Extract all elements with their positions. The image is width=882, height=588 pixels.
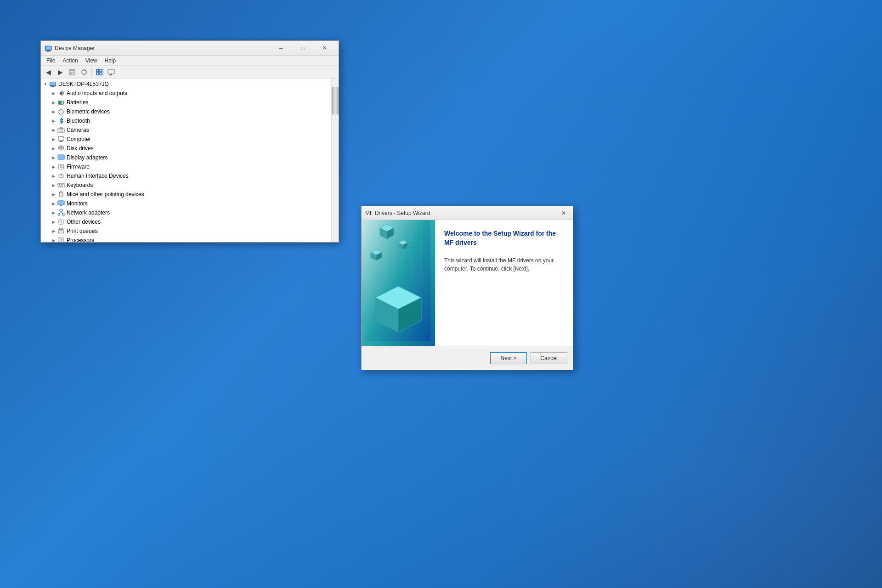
bluetooth-expander[interactable]: ▶ [50, 117, 57, 124]
svg-rect-35 [63, 165, 64, 166]
tree-content[interactable]: ▼ DESKTOP-4L537JQ ▶ [41, 79, 331, 242]
other-expander[interactable]: ▶ [50, 218, 57, 226]
tree-display[interactable]: ▶ Display adapters [41, 153, 331, 162]
tree-mice[interactable]: ▶ Mice and other pointing devices [41, 190, 331, 199]
svg-rect-1 [45, 46, 51, 50]
scrollbar-thumb[interactable] [332, 87, 339, 114]
svg-rect-33 [60, 165, 62, 168]
tree-network[interactable]: ▶ Network adapters [41, 208, 331, 217]
wizard-description: This wizard will install the MF drivers … [444, 256, 564, 339]
svg-rect-34 [58, 165, 59, 166]
wizard-close-button[interactable]: ✕ [558, 208, 569, 219]
tree-batteries[interactable]: ▶ Batteries [41, 98, 331, 107]
menu-bar: File Action View Help [41, 56, 339, 66]
tree-keyboards[interactable]: ▶ Keyboards [41, 181, 331, 190]
wizard-sidebar [362, 220, 435, 346]
tree-monitors[interactable]: ▶ Monitors [41, 199, 331, 208]
svg-point-29 [61, 147, 62, 148]
svg-rect-20 [63, 102, 64, 103]
svg-rect-9 [96, 69, 99, 72]
svg-rect-3 [46, 51, 51, 51]
svg-rect-21 [59, 102, 62, 104]
root-expander[interactable]: ▼ [42, 80, 49, 88]
device-manager-icon [45, 45, 52, 52]
audio-icon [57, 90, 65, 97]
hid-label: Human Interface Devices [67, 173, 129, 179]
firmware-expander[interactable]: ▶ [50, 163, 57, 170]
processors-expander[interactable]: ▶ [50, 237, 57, 242]
processor-icon [57, 237, 65, 242]
menu-action[interactable]: Action [59, 57, 81, 65]
svg-rect-15 [109, 75, 113, 75]
svg-rect-55 [62, 214, 64, 215]
toolbar-separator [91, 68, 92, 76]
wizard-content: Welcome to the Setup Wizard for the MF d… [435, 220, 573, 346]
svg-rect-63 [59, 232, 63, 234]
mice-label: Mice and other pointing devices [67, 191, 144, 198]
tree-biometric[interactable]: ▶ Biometric devices [41, 107, 331, 116]
svg-rect-14 [110, 74, 112, 75]
svg-rect-17 [50, 82, 56, 85]
close-button[interactable]: ✕ [314, 41, 335, 56]
print-icon [57, 227, 65, 235]
svg-line-58 [61, 213, 63, 214]
monitors-expander[interactable]: ▶ [50, 200, 57, 207]
svg-text:?: ? [60, 220, 62, 225]
computer-label: Computer [67, 136, 91, 142]
svg-rect-31 [58, 155, 64, 159]
maximize-button[interactable]: □ [292, 41, 313, 56]
tree-disk[interactable]: ▶ Disk drives [41, 144, 331, 153]
tree-area: ▼ DESKTOP-4L537JQ ▶ [41, 79, 339, 242]
toolbar-display[interactable] [106, 67, 117, 77]
audio-expander[interactable]: ▶ [50, 90, 57, 97]
menu-file[interactable]: File [43, 57, 59, 65]
cameras-expander[interactable]: ▶ [50, 126, 57, 134]
toolbar-forward[interactable]: ▶ [55, 67, 66, 77]
minimize-button[interactable]: ─ [271, 41, 292, 56]
svg-rect-50 [58, 201, 64, 204]
disk-expander[interactable]: ▶ [50, 145, 57, 152]
mice-expander[interactable]: ▶ [50, 191, 57, 198]
toolbar-properties[interactable] [67, 67, 78, 77]
hid-expander[interactable]: ▶ [50, 172, 57, 180]
keyboards-expander[interactable]: ▶ [50, 181, 57, 189]
tree-other[interactable]: ▶ ? Other devices [41, 217, 331, 226]
disk-label: Disk drives [67, 145, 94, 152]
mouse-icon [57, 191, 65, 198]
network-icon [57, 209, 65, 216]
tree-processors[interactable]: ▶ Processors [41, 236, 331, 242]
tree-bluetooth[interactable]: ▶ Bluetooth [41, 116, 331, 125]
audio-label: Audio inputs and outputs [67, 90, 127, 96]
svg-rect-13 [108, 69, 114, 74]
cameras-label: Cameras [67, 127, 89, 133]
wizard-titlebar: MF Drivers - Setup Wizard ✕ [362, 206, 573, 220]
display-expander[interactable]: ▶ [50, 154, 57, 161]
computer-expander[interactable]: ▶ [50, 136, 57, 143]
biometric-expander[interactable]: ▶ [50, 108, 57, 115]
other-icon: ? [57, 218, 65, 226]
wizard-body: Welcome to the Setup Wizard for the MF d… [362, 220, 573, 346]
tree-computer[interactable]: ▶ Computer [41, 135, 331, 144]
cancel-button[interactable]: Cancel [531, 352, 567, 364]
tree-cameras[interactable]: ▶ Cameras [41, 125, 331, 135]
toolbar-update[interactable] [79, 67, 90, 77]
svg-rect-65 [60, 239, 62, 242]
print-expander[interactable]: ▶ [50, 227, 57, 235]
svg-rect-37 [63, 167, 64, 168]
tree-firmware[interactable]: ▶ Firmware [41, 162, 331, 171]
next-button[interactable]: Next > [490, 352, 527, 364]
batteries-expander[interactable]: ▶ [50, 99, 57, 106]
menu-view[interactable]: View [82, 57, 101, 65]
svg-point-48 [61, 192, 62, 193]
tree-audio[interactable]: ▶ Audio inputs and outputs [41, 89, 331, 98]
scrollbar-track[interactable] [331, 79, 339, 242]
svg-rect-26 [59, 141, 63, 142]
tree-hid[interactable]: ▶ Human Interface Devices [41, 171, 331, 181]
tree-root[interactable]: ▼ DESKTOP-4L537JQ [41, 79, 331, 89]
menu-help[interactable]: Help [101, 57, 120, 65]
tree-print[interactable]: ▶ Print queues [41, 226, 331, 236]
network-expander[interactable]: ▶ [50, 209, 57, 216]
toolbar-scan[interactable] [94, 67, 105, 77]
toolbar-back[interactable]: ◀ [43, 67, 54, 77]
svg-rect-24 [58, 136, 64, 141]
